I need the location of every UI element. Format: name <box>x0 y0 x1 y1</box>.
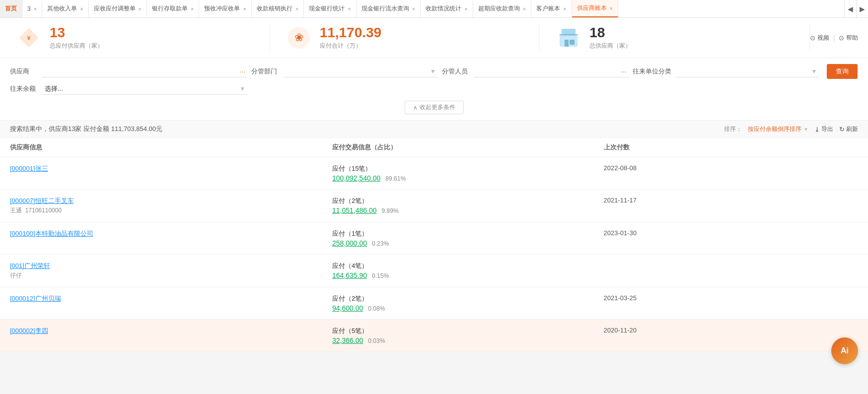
header-supplier-info: 供应商信息 <box>10 143 332 152</box>
transaction-label: 应付（2笔） <box>332 197 604 205</box>
nav-tab-supplier-ledger[interactable]: 供应商账本 × <box>572 0 618 17</box>
svg-rect-7 <box>570 40 575 45</box>
transaction-info-col: 应付（2笔） 11,051,486.00 9.89% <box>332 197 604 214</box>
nav-tab-other-income[interactable]: 其他收入单 × <box>42 0 88 17</box>
supplier-link[interactable]: [000100]本特勤油品有限公司 <box>10 230 93 237</box>
close-icon[interactable]: × <box>464 6 467 12</box>
nav-tab-bank-deposit-label: 银行存取款单 <box>152 4 188 13</box>
supplier-input[interactable] <box>42 66 247 77</box>
transaction-amount-link[interactable]: 100,092,540.00 <box>332 174 380 182</box>
table-row[interactable]: [000100]本特勤油品有限公司 应付（1笔） 258,000.00 0.23… <box>0 222 868 255</box>
video-icon: ⊙ <box>810 34 815 42</box>
transaction-amount-link[interactable]: 164,635.90 <box>332 271 367 279</box>
video-link[interactable]: 视频 <box>817 34 829 42</box>
export-button[interactable]: ⤓ 导出 <box>814 125 833 133</box>
supplier-info-col: [001]广州荣轩 仔仔 <box>10 262 332 280</box>
transaction-info-col: 应付（4笔） 164,635.90 0.15% <box>332 262 604 279</box>
transaction-amount-link[interactable]: 258,000.00 <box>332 239 367 247</box>
transaction-amount-link[interactable]: 11,051,486.00 <box>332 206 377 214</box>
nav-scroll-left-button[interactable]: ◀ <box>844 0 856 18</box>
wheat-icon: ❀ <box>285 24 313 52</box>
supplier-link[interactable]: [000001]张三 <box>10 165 48 172</box>
stat-payable-suppliers: ¥ 13 总应付供应商（家） <box>0 24 270 52</box>
transaction-percent: 0.03% <box>368 337 385 344</box>
export-label: 导出 <box>821 125 833 133</box>
close-icon[interactable]: × <box>139 6 142 12</box>
supplier-contact: 仔仔 <box>10 271 332 280</box>
transaction-amount-link[interactable]: 94,600.00 <box>332 304 363 312</box>
table-row[interactable]: [001]广州荣轩 仔仔 应付（4笔） 164,635.90 0.15% <box>0 255 868 287</box>
help-link[interactable]: 帮助 <box>846 34 858 42</box>
nav-tab-3[interactable]: 3 × <box>22 0 42 17</box>
supplier-link[interactable]: [001]广州荣轩 <box>10 262 50 269</box>
nav-tab-prepay-charge[interactable]: 预收冲应收单 × <box>199 0 251 17</box>
transaction-percent: 9.89% <box>382 207 399 214</box>
filter-row-2: 往来余额 选择... ▼ <box>10 83 858 95</box>
query-button[interactable]: 查询 <box>827 64 858 79</box>
supplier-dots-icon[interactable]: ··· <box>240 67 246 75</box>
table-row[interactable]: [000002]李四 应付（5笔） 32,366.00 0.03% 2020-1… <box>0 320 868 352</box>
last-payment-date: 2020-11-20 <box>604 327 637 334</box>
supplier-link[interactable]: [000007]恒旺二手叉车 <box>10 197 74 204</box>
nav-tab-supplier-ledger-label: 供应商账本 <box>577 4 607 12</box>
category-select[interactable] <box>675 66 819 77</box>
nav-tab-customer-ledger[interactable]: 客户账本 × <box>531 0 572 17</box>
close-icon[interactable]: × <box>191 6 194 12</box>
stat-total-suppliers-number: 18 <box>589 25 631 41</box>
nav-tab-cash-bank-query[interactable]: 现金银行流水查询 × <box>357 0 421 17</box>
close-icon[interactable]: × <box>34 6 37 12</box>
sort-select[interactable]: 按应付余额倒序排序 按应付余额正序排序 <box>748 126 808 132</box>
header-transaction-info: 应付交易信息（占比） <box>332 143 604 152</box>
nav-tab-3-label: 3 <box>27 5 31 12</box>
transaction-percent: 0.15% <box>372 272 389 279</box>
department-select[interactable] <box>283 66 438 77</box>
balance-select[interactable]: 选择... <box>42 83 247 95</box>
close-icon[interactable]: × <box>563 6 566 12</box>
filter-category-label: 往来单位分类 <box>633 67 671 76</box>
table-row[interactable]: [000001]张三 应付（15笔） 100,092,540.00 89.61%… <box>0 157 868 190</box>
nav-tab-receipt-stat-label: 收款情况统计 <box>426 4 461 13</box>
filter-balance-select-wrap: 选择... ▼ <box>42 83 247 95</box>
collapse-button[interactable]: ∧ 收起更多条件 <box>405 101 464 114</box>
close-icon[interactable]: × <box>243 6 246 12</box>
close-icon[interactable]: × <box>80 6 83 12</box>
shop-icon <box>555 24 582 52</box>
refresh-button[interactable]: ↻ 刷新 <box>839 125 858 133</box>
close-icon[interactable]: × <box>523 6 526 12</box>
last-payment-col: 2023-01-30 <box>604 229 756 237</box>
personnel-dots-icon[interactable]: ··· <box>621 67 627 75</box>
stat-payable-suppliers-number: 13 <box>50 25 103 41</box>
filter-category: 往来单位分类 ▼ <box>633 66 819 77</box>
table-row[interactable]: [000012]广州贝瑞 应付（2笔） 94,600.00 0.08% 2021… <box>0 287 868 320</box>
filter-department-select-wrap: ▼ <box>283 66 438 77</box>
supplier-link[interactable]: [000002]李四 <box>10 327 48 334</box>
personnel-input[interactable] <box>474 66 629 77</box>
nav-tab-receipt-stat[interactable]: 收款情况统计 × <box>421 0 473 17</box>
nav-tab-home-label: 首页 <box>5 4 17 13</box>
transaction-amount-link[interactable]: 32,366.00 <box>332 336 363 344</box>
nav-tab-ar-ap-adjust[interactable]: 应收应付调整单 × <box>89 0 147 17</box>
nav-tab-prepay-charge-label: 预收冲应收单 <box>204 4 240 13</box>
collapse-label: 收起更多条件 <box>420 103 455 112</box>
table-area: 供应商信息 应付交易信息（占比） 上次付数 [000001]张三 应付（15笔）… <box>0 138 868 352</box>
filter-supplier-label: 供应商 <box>10 67 38 76</box>
transaction-info-col: 应付（2笔） 94,600.00 0.08% <box>332 294 604 312</box>
transaction-row: 164,635.90 0.15% <box>332 270 604 279</box>
transaction-percent: 0.08% <box>368 305 385 312</box>
nav-tab-receipt-verify[interactable]: 收款核销执行 × <box>252 0 304 17</box>
nav-tab-overdue-query[interactable]: 超期应收款查询 × <box>473 0 531 17</box>
transaction-label: 应付（5笔） <box>332 327 604 335</box>
refresh-icon: ↻ <box>839 126 845 133</box>
nav-tab-cash-bank-stat[interactable]: 现金银行统计 × <box>304 0 356 17</box>
nav-scroll-right-button[interactable]: ▶ <box>856 0 868 18</box>
results-info: 搜索结果中，供应商13家 应付金额 111,703,854.00元 <box>10 125 724 133</box>
nav-tab-bank-deposit[interactable]: 银行存取款单 × <box>147 0 199 17</box>
diamond-icon: ¥ <box>15 24 43 52</box>
close-icon[interactable]: × <box>348 6 351 12</box>
nav-tab-home[interactable]: 首页 <box>0 0 22 17</box>
supplier-link[interactable]: [000012]广州贝瑞 <box>10 295 61 302</box>
close-icon[interactable]: × <box>412 6 415 12</box>
close-icon[interactable]: × <box>295 6 298 12</box>
close-icon[interactable]: × <box>610 5 613 11</box>
table-row[interactable]: [000007]恒旺二手叉车 王通 17106110000 应付（2笔） 11,… <box>0 190 868 222</box>
